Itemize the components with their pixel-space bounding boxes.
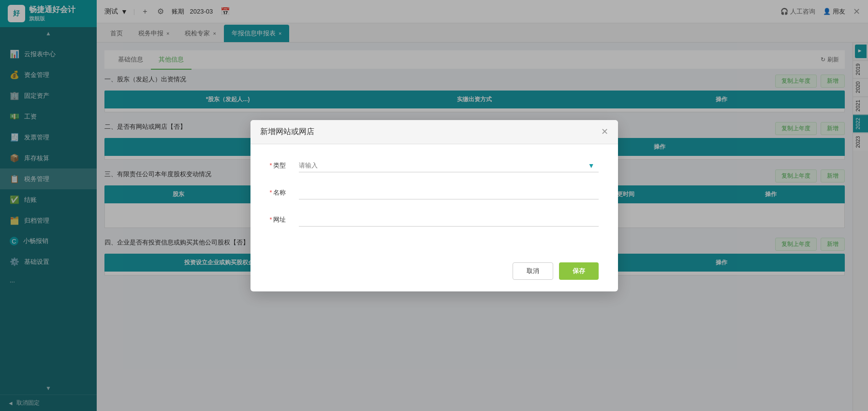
modal-footer: 取消 保存 — [250, 255, 618, 291]
modal-add-website: 新增网站或网店 ✕ *类型 ▼ *名称 — [250, 120, 618, 291]
form-item-name: *名称 — [270, 186, 599, 199]
form-label-url: *网址 — [270, 215, 299, 224]
cancel-button[interactable]: 取消 — [513, 262, 553, 280]
form-label-type: *类型 — [270, 161, 299, 170]
type-input[interactable] — [299, 159, 599, 172]
save-button[interactable]: 保存 — [559, 262, 599, 280]
modal-overlay: 新增网站或网店 ✕ *类型 ▼ *名称 — [0, 0, 868, 411]
modal-header: 新增网站或网店 ✕ — [250, 120, 618, 144]
form-item-type: *类型 ▼ — [270, 159, 599, 172]
modal-title: 新增网站或网店 — [260, 127, 314, 137]
modal-body: *类型 ▼ *名称 *网址 — [250, 144, 618, 255]
form-item-url: *网址 — [270, 213, 599, 227]
name-input[interactable] — [299, 186, 599, 199]
modal-close-button[interactable]: ✕ — [601, 127, 608, 136]
form-label-name: *名称 — [270, 188, 299, 197]
url-input[interactable] — [299, 213, 599, 227]
